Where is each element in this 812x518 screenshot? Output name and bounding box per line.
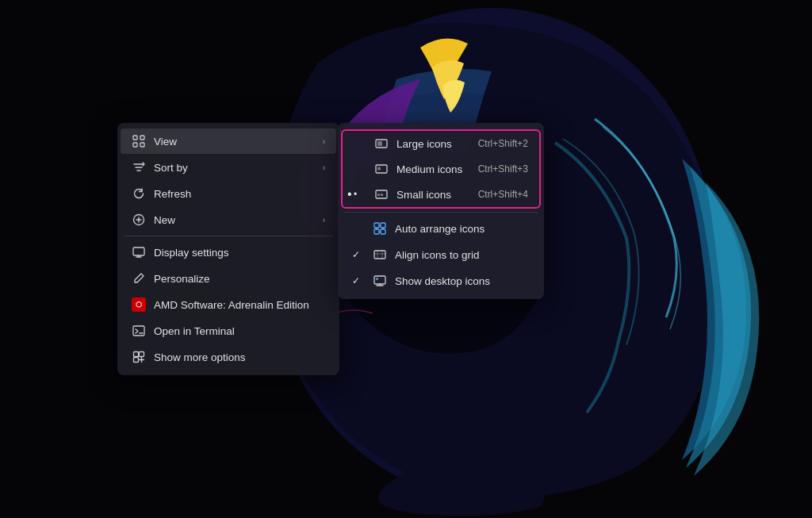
context-menu: View › Sort by › Refresh: [117, 123, 339, 375]
view-icon: [132, 134, 146, 148]
sort-by-label: Sort by: [154, 162, 315, 174]
svg-rect-22: [381, 229, 385, 234]
svg-rect-21: [374, 229, 379, 234]
sort-chevron: ›: [323, 163, 325, 172]
small-icons-check: •: [354, 189, 366, 200]
submenu-separator-1: [344, 212, 538, 213]
sort-icon: [132, 160, 146, 175]
menu-item-view[interactable]: View ›: [121, 129, 336, 154]
align-grid-icon: [373, 247, 387, 262]
view-chevron: ›: [323, 137, 325, 146]
view-label: View: [154, 136, 315, 148]
menu-item-amd-software[interactable]: ⬡ AMD Software: Adrenalin Edition: [121, 292, 336, 317]
small-icons-label: Small icons: [396, 189, 470, 201]
svg-rect-13: [377, 141, 382, 146]
medium-icons-icon: [374, 162, 389, 176]
svg-rect-19: [374, 223, 379, 228]
view-submenu: Large icons Ctrl+Shift+2 Medium icons Ct…: [338, 123, 544, 299]
menu-item-show-more[interactable]: Show more options: [121, 344, 336, 370]
icon-size-group: Large icons Ctrl+Shift+2 Medium icons Ct…: [341, 129, 541, 209]
submenu-item-align-grid[interactable]: ✓ Align icons to grid: [341, 242, 541, 267]
large-icons-shortcut: Ctrl+Shift+2: [478, 138, 528, 149]
submenu-item-medium-icons[interactable]: Medium icons Ctrl+Shift+3: [343, 156, 539, 182]
svg-rect-24: [374, 276, 385, 284]
submenu-item-large-icons[interactable]: Large icons Ctrl+Shift+2: [343, 131, 539, 156]
align-grid-check: ✓: [352, 249, 365, 260]
svg-rect-4: [133, 143, 137, 147]
large-icons-icon: [374, 136, 389, 151]
show-desktop-check: ✓: [352, 275, 365, 286]
medium-icons-shortcut: Ctrl+Shift+3: [478, 163, 528, 175]
auto-arrange-icon: [373, 221, 387, 236]
svg-rect-5: [140, 143, 144, 147]
menu-item-new[interactable]: New ›: [121, 207, 336, 232]
refresh-label: Refresh: [154, 188, 325, 200]
amd-icon: ⬡: [132, 297, 146, 312]
amd-logo: ⬡: [132, 297, 146, 312]
svg-rect-7: [133, 247, 144, 255]
refresh-icon: [132, 186, 146, 201]
svg-rect-9: [134, 352, 139, 357]
svg-rect-10: [140, 352, 144, 357]
svg-rect-2: [133, 136, 137, 140]
align-grid-label: Align icons to grid: [395, 249, 530, 261]
svg-rect-11: [134, 358, 139, 363]
svg-rect-3: [140, 136, 144, 140]
new-label: New: [154, 214, 315, 226]
show-desktop-label: Show desktop icons: [395, 275, 530, 287]
small-icons-icon: [374, 187, 389, 201]
svg-rect-23: [374, 251, 385, 259]
show-more-label: Show more options: [154, 351, 325, 363]
menu-item-personalize[interactable]: Personalize: [121, 266, 336, 291]
show-more-icon: [132, 350, 146, 364]
svg-rect-18: [381, 194, 383, 196]
show-desktop-icon: [373, 274, 387, 288]
svg-rect-17: [377, 194, 380, 196]
display-settings-icon: [132, 245, 146, 259]
menu-item-display-settings[interactable]: Display settings: [121, 240, 336, 265]
new-icon: [132, 213, 146, 227]
menu-item-refresh[interactable]: Refresh: [121, 181, 336, 206]
submenu-item-auto-arrange[interactable]: Auto arrange icons: [341, 216, 541, 241]
medium-icons-label: Medium icons: [396, 163, 470, 175]
personalize-label: Personalize: [154, 273, 325, 285]
context-menu-wrapper: View › Sort by › Refresh: [117, 123, 339, 375]
svg-rect-15: [377, 167, 381, 171]
menu-item-terminal[interactable]: Open in Terminal: [121, 318, 336, 343]
personalize-icon: [132, 271, 146, 286]
svg-rect-25: [376, 278, 378, 280]
display-settings-label: Display settings: [154, 247, 325, 259]
submenu-item-show-desktop[interactable]: ✓ Show desktop icons: [341, 268, 541, 294]
terminal-label: Open in Terminal: [154, 325, 325, 337]
new-chevron: ›: [323, 216, 325, 224]
small-icons-shortcut: Ctrl+Shift+4: [478, 189, 528, 200]
separator-1: [124, 236, 333, 236]
large-icons-label: Large icons: [396, 138, 470, 150]
menu-item-sort-by[interactable]: Sort by ›: [121, 155, 336, 180]
svg-rect-8: [133, 326, 144, 336]
submenu-item-small-icons[interactable]: • Small icons Ctrl+Shift+4: [343, 182, 539, 207]
amd-label: AMD Software: Adrenalin Edition: [154, 299, 325, 311]
terminal-icon: [132, 324, 146, 338]
svg-rect-20: [381, 223, 385, 228]
auto-arrange-label: Auto arrange icons: [395, 223, 530, 235]
